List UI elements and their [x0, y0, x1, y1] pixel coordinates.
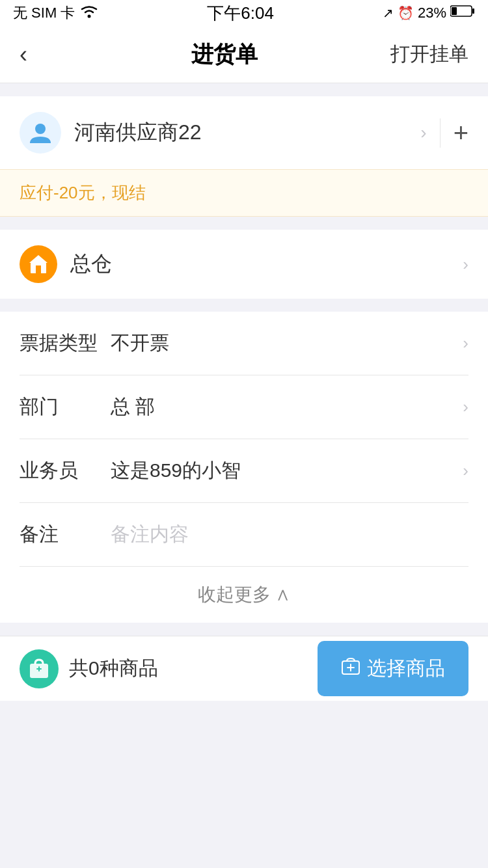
notice-bar: 应付-20元，现结 — [0, 169, 488, 217]
supplier-section: 河南供应商22 › + 应付-20元，现结 — [0, 96, 488, 217]
svg-point-0 — [88, 15, 91, 18]
invoice-value: 不开票 — [111, 330, 456, 357]
background-fill — [0, 701, 488, 868]
warehouse-chevron-icon: › — [463, 254, 468, 275]
status-carrier: 无 SIM 卡 — [13, 3, 98, 23]
section-divider-3 — [0, 623, 488, 636]
wifi-icon — [80, 4, 98, 22]
collapse-button[interactable]: 收起更多 ∧ — [0, 567, 488, 623]
remark-input[interactable]: 备注内容 — [111, 521, 468, 548]
invoice-row[interactable]: 票据类型 不开票 › — [0, 312, 488, 375]
salesman-chevron-icon: › — [463, 461, 468, 481]
svg-marker-6 — [29, 255, 47, 263]
remark-row[interactable]: 备注 备注内容 — [0, 503, 488, 566]
department-label: 部门 — [20, 394, 98, 420]
carrier-text: 无 SIM 卡 — [13, 3, 75, 23]
select-product-label: 选择商品 — [367, 655, 445, 682]
notice-text: 应付-20元，现结 — [20, 183, 146, 202]
department-row[interactable]: 部门 总 部 › — [0, 375, 488, 439]
svg-rect-7 — [36, 265, 41, 273]
status-indicators: ↗ ⏰ 23% — [383, 5, 475, 21]
svg-point-4 — [35, 124, 46, 134]
salesman-row[interactable]: 业务员 这是859的小智 › — [0, 439, 488, 502]
section-divider-2 — [0, 299, 488, 312]
add-supplier-button[interactable]: + — [440, 118, 468, 148]
location-icon: ↗ — [383, 5, 394, 21]
product-icon — [20, 649, 59, 688]
svg-rect-10 — [38, 666, 40, 671]
salesman-label: 业务员 — [20, 457, 98, 484]
warehouse-row[interactable]: 总仓 › — [0, 230, 488, 299]
supplier-row[interactable]: 河南供应商22 › + — [0, 96, 488, 169]
svg-rect-3 — [452, 7, 457, 15]
invoice-chevron-icon: › — [463, 333, 468, 353]
section-divider-1 — [0, 217, 488, 230]
status-bar: 无 SIM 卡 下午6:04 ↗ ⏰ 23% — [0, 0, 488, 26]
warehouse-icon — [20, 245, 57, 283]
select-product-button[interactable]: 选择商品 — [318, 641, 468, 696]
warehouse-section: 总仓 › — [0, 230, 488, 299]
supplier-chevron-icon: › — [420, 122, 426, 143]
supplier-name: 河南供应商22 — [74, 118, 420, 147]
status-time: 下午6:04 — [207, 2, 274, 25]
department-chevron-icon: › — [463, 397, 468, 417]
department-value: 总 部 — [111, 394, 456, 420]
select-product-icon — [341, 657, 360, 680]
bottom-bar: 共0种商品 选择商品 — [0, 636, 488, 701]
salesman-value: 这是859的小智 — [111, 457, 456, 484]
alarm-icon: ⏰ — [398, 5, 414, 21]
page-title: 进货单 — [191, 40, 258, 70]
top-divider — [0, 83, 488, 96]
product-count: 共0种商品 — [69, 655, 318, 682]
battery-icon — [450, 5, 475, 21]
form-section: 票据类型 不开票 › 部门 总 部 › 业务员 这是859的小智 › 备注 备注… — [0, 312, 488, 623]
battery-text: 23% — [418, 5, 446, 21]
back-button[interactable]: ‹ — [20, 41, 59, 68]
nav-bar: ‹ 进货单 打开挂单 — [0, 26, 488, 83]
warehouse-name: 总仓 — [70, 250, 456, 278]
supplier-avatar — [20, 112, 61, 154]
invoice-label: 票据类型 — [20, 330, 98, 357]
remark-label: 备注 — [20, 521, 98, 548]
collapse-label: 收起更多 ∧ — [198, 582, 291, 607]
svg-rect-2 — [472, 8, 474, 14]
open-pending-button[interactable]: 打开挂单 — [390, 41, 468, 68]
